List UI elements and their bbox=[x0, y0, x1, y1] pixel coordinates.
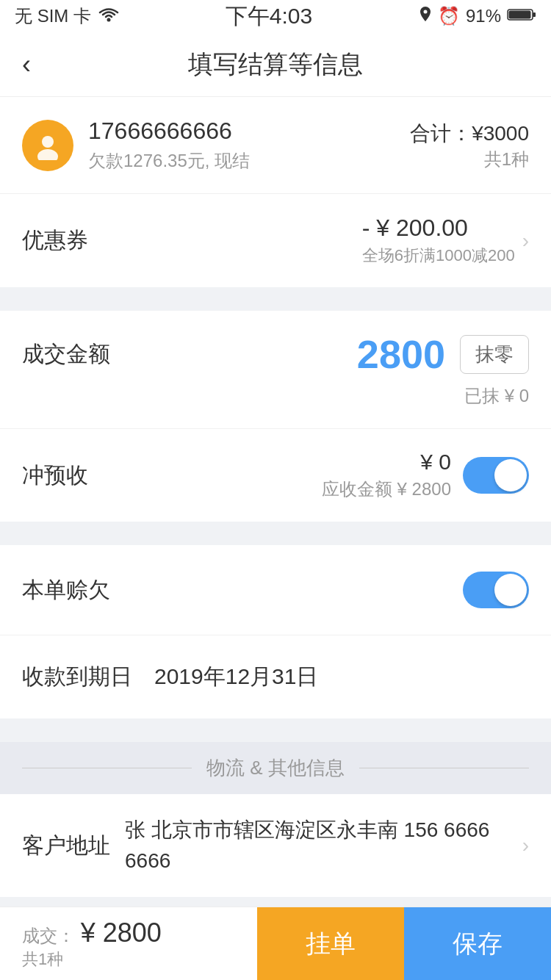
bottom-deal-amount: ¥ 2800 bbox=[81, 918, 162, 948]
nav-bar: ‹ 填写结算等信息 bbox=[0, 32, 551, 97]
battery-icon bbox=[507, 6, 536, 26]
due-date-row: 收款到期日 2019年12月31日 bbox=[0, 635, 551, 718]
svg-point-0 bbox=[107, 18, 111, 22]
bottom-deal-label: 成交： bbox=[22, 926, 75, 945]
credit-toggle-knob bbox=[494, 574, 527, 606]
credit-card: 本单赊欠 收款到期日 2019年12月31日 bbox=[0, 545, 551, 718]
status-right: ⏰ 91% bbox=[419, 6, 536, 26]
battery-text: 91% bbox=[466, 6, 501, 26]
amount-card: 成交金额 2800 抹零 已抹 ¥ 0 冲预收 ¥ 0 应收金额 ¥ 2800 bbox=[0, 311, 551, 522]
status-time: 下午4:03 bbox=[226, 1, 312, 32]
address-chevron-icon: › bbox=[522, 834, 529, 857]
logistics-line-right bbox=[359, 768, 529, 768]
customer-left: 17666666666 欠款1276.35元, 现结 bbox=[22, 118, 250, 173]
location-icon bbox=[419, 6, 432, 26]
prepay-toggle[interactable] bbox=[463, 457, 529, 494]
avatar bbox=[22, 120, 73, 171]
customer-total: 合计：¥3000 共1种 bbox=[410, 120, 529, 171]
logistics-text: 物流 & 其他信息 bbox=[206, 755, 345, 781]
clock-icon: ⏰ bbox=[438, 6, 460, 26]
section-divider-3 bbox=[0, 730, 551, 742]
logistics-divider: 物流 & 其他信息 bbox=[0, 742, 551, 794]
save-button[interactable]: 保存 bbox=[404, 907, 551, 981]
total-label: 合计： bbox=[410, 122, 472, 145]
status-bar: 无 SIM 卡 下午4:03 ⏰ 91% bbox=[0, 0, 551, 32]
address-label: 客户地址 bbox=[22, 831, 110, 861]
coupon-row[interactable]: 优惠券 - ¥ 200.00 全场6折满1000减200 › bbox=[0, 193, 551, 287]
address-card: 客户地址 张 北京市市辖区海淀区永丰南 156 6666 6666 › bbox=[0, 794, 551, 897]
svg-point-5 bbox=[42, 136, 54, 148]
wifi-icon bbox=[98, 6, 119, 26]
total-label-amount: 合计：¥3000 bbox=[410, 120, 529, 148]
customer-phone: 17666666666 bbox=[88, 118, 250, 145]
back-button[interactable]: ‹ bbox=[22, 49, 31, 80]
coupon-info: - ¥ 200.00 全场6折满1000减200 bbox=[362, 215, 515, 267]
coupon-desc: 全场6折满1000减200 bbox=[362, 245, 515, 267]
amount-row: 成交金额 2800 抹零 bbox=[22, 331, 529, 377]
due-date-value: 2019年12月31日 bbox=[154, 662, 318, 692]
total-amount: ¥3000 bbox=[472, 122, 529, 145]
coupon-discount: - ¥ 200.00 bbox=[362, 215, 515, 242]
svg-rect-4 bbox=[508, 11, 530, 19]
sim-text: 无 SIM 卡 bbox=[15, 4, 91, 28]
svg-point-6 bbox=[37, 149, 58, 160]
svg-rect-3 bbox=[533, 12, 536, 17]
customer-debt: 欠款1276.35元, 现结 bbox=[88, 149, 250, 173]
svg-point-1 bbox=[423, 10, 427, 14]
prepay-sub: 应收金额 ¥ 2800 bbox=[322, 478, 451, 501]
coupon-chevron-icon: › bbox=[522, 229, 529, 253]
bottom-info: 成交： ¥ 2800 共1种 bbox=[0, 918, 257, 970]
amount-number: 2800 bbox=[357, 331, 445, 377]
prepay-toggle-knob bbox=[494, 459, 527, 491]
bottom-bar: 成交： ¥ 2800 共1种 挂单 保存 bbox=[0, 907, 551, 980]
bottom-deal-row: 成交： ¥ 2800 bbox=[22, 918, 235, 948]
prepay-amount: ¥ 0 应收金额 ¥ 2800 bbox=[322, 450, 451, 501]
prepay-row: 冲预收 ¥ 0 应收金额 ¥ 2800 bbox=[0, 428, 551, 522]
credit-toggle[interactable] bbox=[463, 572, 529, 608]
coupon-right: - ¥ 200.00 全场6折满1000减200 › bbox=[362, 215, 529, 267]
address-row[interactable]: 客户地址 张 北京市市辖区海淀区永丰南 156 6666 6666 › bbox=[0, 794, 551, 897]
credit-label: 本单赊欠 bbox=[22, 575, 110, 605]
credit-row: 本单赊欠 bbox=[0, 545, 551, 635]
bottom-deal-count: 共1种 bbox=[22, 948, 235, 970]
amount-value-group: 2800 抹零 bbox=[357, 331, 529, 377]
address-value: 张 北京市市辖区海淀区永丰南 156 6666 6666 bbox=[110, 815, 522, 876]
section-divider-1 bbox=[0, 299, 551, 311]
round-button[interactable]: 抹零 bbox=[460, 335, 529, 374]
prepay-right: ¥ 0 应收金额 ¥ 2800 bbox=[322, 450, 529, 501]
customer-info: 17666666666 欠款1276.35元, 现结 bbox=[88, 118, 250, 173]
customer-card: 17666666666 欠款1276.35元, 现结 合计：¥3000 共1种 … bbox=[0, 97, 551, 287]
amount-section: 成交金额 2800 抹零 已抹 ¥ 0 bbox=[0, 311, 551, 428]
status-left: 无 SIM 卡 bbox=[15, 4, 119, 28]
amount-label: 成交金额 bbox=[22, 339, 110, 370]
pending-button[interactable]: 挂单 bbox=[257, 907, 404, 981]
customer-row: 17666666666 欠款1276.35元, 现结 合计：¥3000 共1种 bbox=[0, 97, 551, 193]
coupon-label: 优惠券 bbox=[22, 226, 88, 256]
prepay-label: 冲预收 bbox=[22, 461, 88, 491]
due-date-label: 收款到期日 bbox=[22, 662, 132, 692]
amount-sub: 已抹 ¥ 0 bbox=[22, 384, 529, 408]
total-count: 共1种 bbox=[410, 148, 529, 171]
prepay-value: ¥ 0 bbox=[322, 450, 451, 475]
logistics-line-left bbox=[22, 768, 192, 768]
page-title: 填写结算等信息 bbox=[188, 48, 363, 82]
section-divider-2 bbox=[0, 533, 551, 545]
